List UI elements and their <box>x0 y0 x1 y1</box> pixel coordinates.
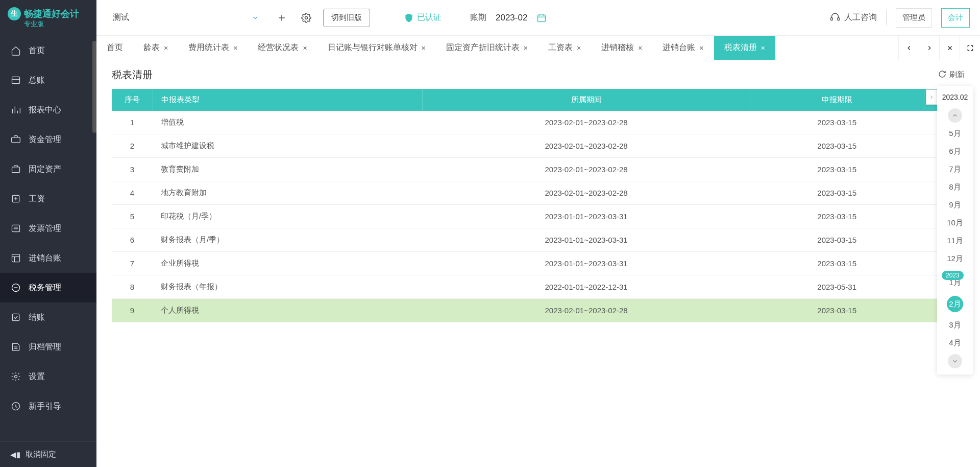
tab-label: 日记账与银行对账单核对 <box>328 42 418 53</box>
month-item[interactable]: 2月 <box>947 292 963 316</box>
sidebar-item-8[interactable]: 税务管理 <box>0 273 96 302</box>
nav-icon <box>10 341 21 353</box>
month-item[interactable]: 11月 <box>947 232 963 250</box>
table-row[interactable]: 1 增值税 2023-02-01~2023-02-28 2023-03-15 <box>112 111 965 134</box>
tab-close-icon[interactable]: × <box>233 44 237 52</box>
tab-0[interactable]: 首页 <box>96 36 133 60</box>
switch-old-version-button[interactable]: 切到旧版 <box>323 9 370 27</box>
tab-4[interactable]: 日记账与银行对账单核对× <box>317 36 436 60</box>
calendar-icon[interactable] <box>536 13 547 23</box>
svg-point-18 <box>15 376 17 378</box>
table-row[interactable]: 8 财务报表（年报） 2022-01-01~2022-12-31 2023-05… <box>112 275 965 299</box>
month-item[interactable]: 4月 <box>947 334 963 352</box>
tab-close-icon[interactable]: × <box>524 44 528 52</box>
sidebar-item-0[interactable]: 首页 <box>0 36 96 65</box>
cell-period: 2022-01-01~2022-12-31 <box>423 275 750 299</box>
tab-5[interactable]: 固定资产折旧统计表× <box>436 36 538 60</box>
sidebar-item-4[interactable]: 固定资产 <box>0 154 96 184</box>
cell-seq: 7 <box>112 252 153 275</box>
month-item[interactable]: 10月 <box>947 214 963 232</box>
tab-scroll-right[interactable] <box>919 36 939 60</box>
sidebar-scrollbar[interactable] <box>92 41 96 133</box>
add-button[interactable] <box>274 10 289 26</box>
cell-deadline: 2023-03-15 <box>750 111 924 134</box>
table-row[interactable]: 5 印花税（月/季） 2023-01-01~2023-03-31 2023-03… <box>112 205 965 228</box>
table-row[interactable]: 6 财务报表（月/季） 2023-01-01~2023-03-31 2023-0… <box>112 228 965 252</box>
table-row[interactable]: 2 城市维护建设税 2023-02-01~2023-02-28 2023-03-… <box>112 134 965 158</box>
month-item[interactable]: 7月 <box>947 160 963 178</box>
svg-rect-8 <box>12 225 20 231</box>
nav-icon <box>10 312 21 323</box>
settings-button[interactable] <box>299 10 314 26</box>
tab-1[interactable]: 龄表× <box>133 36 178 60</box>
month-item[interactable]: 5月 <box>947 125 963 143</box>
brand-name: 畅捷通好会计 <box>24 8 79 20</box>
support-button[interactable]: 人工咨询 <box>830 12 877 24</box>
tenant-name: 测试 <box>113 12 129 23</box>
tenant-selector[interactable]: 测试 <box>107 8 265 28</box>
tab-bar: 首页龄表×费用统计表×经营状况表×日记账与银行对账单核对×固定资产折旧统计表×工… <box>96 36 980 60</box>
svg-rect-0 <box>12 77 20 83</box>
table-row[interactable]: 4 地方教育附加 2023-02-01~2023-02-28 2023-03-1… <box>112 181 965 205</box>
tab-label: 费用统计表 <box>188 42 229 53</box>
month-item[interactable]: 3月 <box>947 316 963 334</box>
tab-close-icon[interactable]: × <box>761 44 765 52</box>
sidebar-item-12[interactable]: 新手引导 <box>0 391 96 421</box>
role-accountant-button[interactable]: 会计 <box>941 8 970 28</box>
sidebar-item-7[interactable]: 进销台账 <box>0 243 96 273</box>
month-panel-toggle[interactable] <box>926 89 937 105</box>
svg-rect-6 <box>12 167 20 173</box>
divider <box>886 10 887 26</box>
tab-9[interactable]: 税表清册× <box>714 36 775 60</box>
month-item[interactable]: 8月 <box>947 178 963 196</box>
tab-close-all[interactable] <box>939 36 960 60</box>
verified-badge[interactable]: 已认证 <box>404 12 442 23</box>
unpin-icon: ◀▮ <box>10 450 20 459</box>
sidebar-item-3[interactable]: 资金管理 <box>0 125 96 154</box>
fullscreen-button[interactable] <box>960 36 980 60</box>
tab-7[interactable]: 进销稽核× <box>591 36 652 60</box>
svg-point-22 <box>305 16 308 19</box>
sidebar-item-5[interactable]: 工资 <box>0 184 96 214</box>
support-label: 人工咨询 <box>844 12 877 23</box>
month-item[interactable]: 12月 <box>947 250 963 268</box>
table-row[interactable]: 9 个人所得税 2023-02-01~2023-02-28 2023-03-15 <box>112 299 965 322</box>
sidebar-item-10[interactable]: 归档管理 <box>0 332 96 362</box>
brand-logo[interactable]: 生 畅捷通好会计 专业版 <box>0 0 96 36</box>
tab-close-icon[interactable]: × <box>164 44 168 52</box>
cell-seq: 5 <box>112 205 153 228</box>
tab-close-icon[interactable]: × <box>638 44 642 52</box>
nav-label: 设置 <box>29 371 45 382</box>
table-container: 序号 申报表类型 所属期间 申报期限 操作 1 增值税 2023-02-01~2… <box>96 89 980 322</box>
nav-icon <box>10 401 21 412</box>
sidebar-item-11[interactable]: 设置 <box>0 362 96 391</box>
brand-edition: 专业版 <box>24 19 89 29</box>
sidebar-item-6[interactable]: 发票管理 <box>0 214 96 243</box>
refresh-button[interactable]: 刷新 <box>938 70 965 80</box>
sidebar-unpin[interactable]: ◀▮ 取消固定 <box>0 441 96 467</box>
sidebar-item-9[interactable]: 结账 <box>0 302 96 332</box>
year-badge: 2023 <box>947 268 963 274</box>
month-item[interactable]: 6月 <box>947 143 963 160</box>
tab-6[interactable]: 工资表× <box>538 36 591 60</box>
role-admin-button[interactable]: 管理员 <box>896 8 932 28</box>
tab-scroll-left[interactable] <box>898 36 919 60</box>
tab-close-icon[interactable]: × <box>699 44 703 52</box>
nav-icon <box>10 193 21 204</box>
tab-close-icon[interactable]: × <box>303 44 307 52</box>
tab-2[interactable]: 费用统计表× <box>178 36 248 60</box>
sidebar-item-1[interactable]: 总账 <box>0 65 96 95</box>
nav-label: 新手引导 <box>29 401 61 412</box>
month-item[interactable]: 9月 <box>947 196 963 214</box>
tab-3[interactable]: 经营状况表× <box>248 36 317 60</box>
nav-label: 首页 <box>29 45 45 56</box>
sidebar-item-2[interactable]: 报表中心 <box>0 95 96 125</box>
month-scroll-up[interactable] <box>948 108 962 123</box>
table-row[interactable]: 3 教育费附加 2023-02-01~2023-02-28 2023-03-15 <box>112 158 965 181</box>
cell-type: 增值税 <box>153 111 423 134</box>
tab-8[interactable]: 进销台账× <box>652 36 714 60</box>
month-scroll-down[interactable] <box>948 354 962 368</box>
table-row[interactable]: 7 企业所得税 2023-01-01~2023-03-31 2023-03-15 <box>112 252 965 275</box>
tab-close-icon[interactable]: × <box>577 44 581 52</box>
tab-close-icon[interactable]: × <box>422 44 426 52</box>
